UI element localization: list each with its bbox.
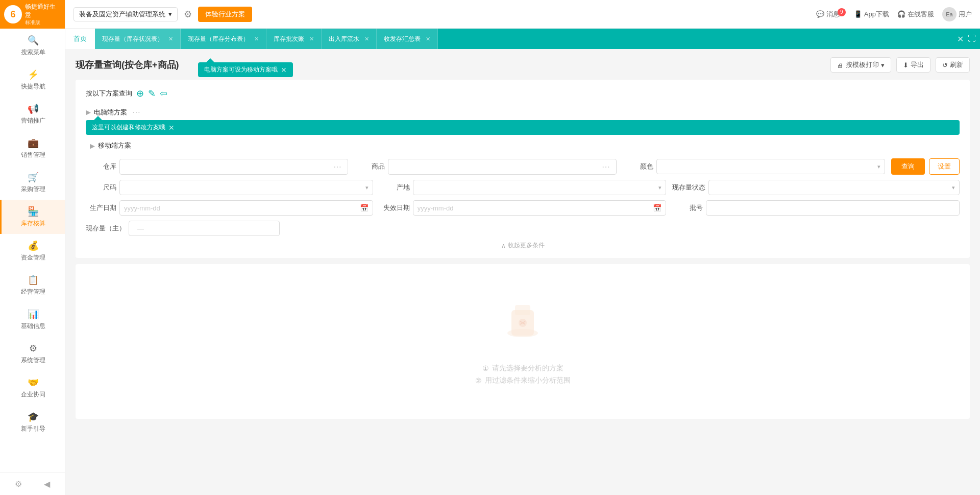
- tab-batch-account-close[interactable]: ✕: [309, 36, 314, 42]
- sidebar-item-label: 库存核算: [21, 219, 45, 228]
- service-icon: 🎧: [897, 10, 905, 18]
- tooltip-pc-scheme: 电脑方案可设为移动方案哦 ✕: [198, 62, 293, 77]
- settings-bottom-icon[interactable]: ⚙: [15, 479, 22, 489]
- empty-num2: ②: [475, 376, 482, 385]
- search-reset-group: 查询 设置: [891, 158, 960, 175]
- tab-inventory-dist-close[interactable]: ✕: [254, 36, 259, 42]
- batch-field: 批号: [672, 200, 960, 216]
- scheme-pc-item[interactable]: ▶ 电脑端方案 ⋯: [86, 105, 960, 119]
- filter-row-4: 现存量（主） —: [86, 221, 960, 236]
- empty-hint2-row: ② 用过滤条件来缩小分析范围: [475, 376, 571, 385]
- sidebar-item-basic[interactable]: 📊 基础信息: [0, 302, 65, 337]
- tooltip2-text: 这里可以创建和修改方案哦: [92, 123, 165, 132]
- origin-chevron-icon: ▾: [658, 184, 662, 191]
- sidebar-item-label: 销售管理: [21, 151, 45, 159]
- tab-inventory-dist-label: 现存量（库存分布表）: [188, 35, 249, 43]
- collapse-sidebar-icon[interactable]: ◀: [44, 479, 50, 489]
- sidebar-item-enterprise[interactable]: 🤝 企业协同: [0, 371, 65, 405]
- service-label: 在线客服: [908, 10, 934, 19]
- stock-main-input[interactable]: —: [129, 221, 280, 236]
- collapse-row[interactable]: ∧ 收起更多条件: [86, 241, 960, 250]
- industry-btn[interactable]: 体验行业方案: [198, 7, 252, 22]
- scheme-pc-more-icon[interactable]: ⋯: [130, 107, 142, 117]
- edit-scheme-icon[interactable]: ✎: [148, 88, 156, 99]
- tooltip2-close[interactable]: ✕: [168, 124, 175, 132]
- page-inner: 现存量查询(按仓库+商品) 🖨 按模板打印 ▾ ⬇ 导出 ↺ 刷新: [65, 49, 980, 427]
- export-btn[interactable]: ⬇ 导出: [896, 57, 930, 73]
- sidebar-item-purchase[interactable]: 🛒 采购管理: [0, 166, 65, 200]
- tab-inout-flow-close[interactable]: ✕: [364, 36, 369, 42]
- sidebar-item-label: 企业协同: [21, 390, 45, 399]
- header-right: 💬 消息 9 📱 App下载 🎧 在线客服 Ea 用户: [816, 7, 972, 21]
- empty-hint2: 用过滤条件来缩小分析范围: [485, 376, 571, 385]
- empty-num1: ①: [482, 364, 489, 372]
- tab-inout-flow[interactable]: 出入库流水 ✕: [322, 29, 377, 49]
- produce-date-input[interactable]: yyyy-mm-dd 📅: [119, 200, 373, 216]
- tab-fullscreen-icon[interactable]: ⛶: [968, 34, 976, 43]
- print-btn[interactable]: 🖨 按模板打印 ▾: [830, 57, 891, 73]
- tab-recv-summary-close[interactable]: ✕: [426, 36, 430, 42]
- batch-input[interactable]: [706, 200, 960, 216]
- print-label: 按模板打印: [846, 60, 879, 69]
- sidebar-item-marketing[interactable]: 📢 营销推广: [0, 97, 65, 131]
- sidebar-item-label: 系统管理: [21, 356, 45, 365]
- sidebar-item-quick[interactable]: ⚡ 快捷导航: [0, 63, 65, 97]
- page-actions: 🖨 按模板打印 ▾ ⬇ 导出 ↺ 刷新: [830, 57, 970, 73]
- system-selector[interactable]: 装备及固定资产辅助管理系统 ▾: [74, 7, 178, 21]
- size-field: 尺码 ▾: [86, 180, 373, 195]
- product-select[interactable]: ⋯: [388, 159, 617, 175]
- sidebar-item-sales[interactable]: 💼 销售管理: [0, 131, 65, 166]
- message-item[interactable]: 💬 消息 9: [816, 10, 846, 19]
- filter-row-3: 生产日期 yyyy-mm-dd 📅 失效日期 yyyy-mm-dd 📅: [86, 200, 960, 216]
- warehouse-more-icon[interactable]: ⋯: [331, 162, 344, 172]
- filter-header-wrapper: 按以下方案查询 ⊕ ✎ ⇦ 电脑方案可设为移动方案哦 ✕ ▼: [86, 88, 960, 152]
- reset-btn[interactable]: 设置: [929, 158, 960, 175]
- refresh-btn[interactable]: ↺ 刷新: [936, 57, 970, 73]
- basic-icon: 📊: [28, 309, 39, 320]
- sidebar-item-operation[interactable]: 📋 经营管理: [0, 268, 65, 302]
- add-scheme-icon[interactable]: ⊕: [136, 88, 144, 99]
- size-select[interactable]: ▾: [119, 180, 373, 195]
- tab-inventory-status[interactable]: 现存量（库存状况表） ✕: [95, 29, 181, 49]
- color-select[interactable]: ▾: [656, 159, 885, 174]
- expire-date-input[interactable]: yyyy-mm-dd 📅: [413, 200, 667, 216]
- avatar: Ea: [942, 7, 957, 21]
- tab-inventory-status-close[interactable]: ✕: [168, 36, 173, 42]
- tab-inout-flow-label: 出入库流水: [329, 35, 359, 43]
- sidebar-item-label: 搜索菜单: [21, 48, 45, 57]
- sidebar-item-system[interactable]: ⚙ 系统管理: [0, 337, 65, 371]
- color-label: 颜色: [623, 162, 653, 171]
- tab-close-all-icon[interactable]: ✕: [957, 34, 964, 44]
- header-settings-icon[interactable]: ⚙: [184, 9, 192, 20]
- size-label: 尺码: [86, 183, 116, 192]
- main-area: 装备及固定资产辅助管理系统 ▾ ⚙ 体验行业方案 💬 消息 9 📱 App下载 …: [65, 0, 980, 495]
- tab-recv-summary-label: 收发存汇总表: [384, 35, 421, 43]
- back-scheme-icon[interactable]: ⇦: [160, 88, 167, 99]
- tab-recv-summary[interactable]: 收发存汇总表 ✕: [377, 29, 438, 49]
- sidebar-item-inventory[interactable]: 🏪 库存核算: [0, 200, 65, 234]
- service-item[interactable]: 🎧 在线客服: [897, 10, 934, 19]
- stock-status-select[interactable]: ▾: [708, 180, 960, 195]
- sidebar-item-newbie[interactable]: 🎓 新手引导: [0, 405, 65, 439]
- size-chevron-icon: ▾: [365, 184, 369, 191]
- purchase-icon: 🛒: [28, 172, 39, 183]
- warehouse-select[interactable]: ⋯: [119, 159, 348, 175]
- product-more-icon[interactable]: ⋯: [600, 162, 612, 172]
- tab-home[interactable]: 首页: [65, 29, 95, 49]
- search-btn[interactable]: 查询: [891, 158, 925, 175]
- message-icon: 💬: [816, 10, 824, 18]
- origin-field: 产地 ▾: [379, 180, 667, 195]
- tooltip1-close[interactable]: ✕: [281, 66, 287, 74]
- user-item[interactable]: Ea 用户: [942, 7, 972, 21]
- scheme-mobile-item[interactable]: ▶ 移动端方案: [86, 139, 960, 152]
- origin-select[interactable]: ▾: [413, 180, 667, 195]
- tab-batch-account[interactable]: 库存批次账 ✕: [266, 29, 322, 49]
- system-icon: ⚙: [29, 343, 37, 354]
- sidebar-item-label: 快捷导航: [21, 82, 45, 91]
- tab-inventory-dist[interactable]: 现存量（库存分布表） ✕: [181, 29, 266, 49]
- sidebar-item-finance[interactable]: 💰 资金管理: [0, 234, 65, 268]
- user-label: 用户: [959, 10, 972, 19]
- app-download-item[interactable]: 📱 App下载: [854, 10, 889, 19]
- product-field: 商品 ⋯: [354, 159, 617, 175]
- sidebar-item-search[interactable]: 🔍 搜索菜单: [0, 29, 65, 63]
